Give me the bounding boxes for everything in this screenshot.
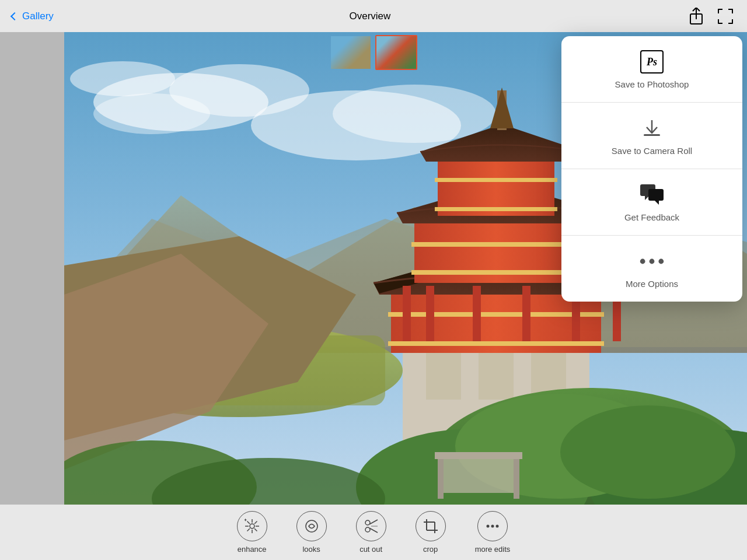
get-feedback-item[interactable]: Get Feedback xyxy=(561,169,742,236)
svg-rect-53 xyxy=(435,452,522,459)
svg-rect-38 xyxy=(426,286,434,341)
svg-point-73 xyxy=(365,520,370,525)
download-icon xyxy=(639,116,665,141)
more-options-label: More Options xyxy=(626,279,678,289)
thumbnail-mountain[interactable] xyxy=(330,35,372,70)
svg-line-70 xyxy=(254,522,257,524)
svg-rect-39 xyxy=(473,286,481,341)
chevron-left-icon xyxy=(11,12,19,20)
left-sidebar xyxy=(0,32,64,505)
svg-point-62 xyxy=(658,259,664,264)
svg-point-84 xyxy=(495,525,498,528)
svg-rect-58 xyxy=(648,189,664,201)
looks-icon xyxy=(304,519,319,534)
enhance-label: enhance xyxy=(238,545,267,554)
thumbnail-strip xyxy=(330,35,417,70)
scissors-icon xyxy=(364,519,379,534)
cut-out-tool[interactable]: cut out xyxy=(356,511,386,554)
save-camera-roll-label: Save to Camera Roll xyxy=(612,146,692,156)
svg-rect-50 xyxy=(444,458,514,493)
svg-point-61 xyxy=(650,259,655,264)
top-bar: Gallery Overview xyxy=(0,0,747,32)
svg-point-60 xyxy=(640,259,645,264)
svg-marker-59 xyxy=(655,201,659,205)
svg-rect-32 xyxy=(435,178,557,182)
svg-rect-28 xyxy=(411,270,581,275)
crop-label: crop xyxy=(423,545,438,554)
svg-rect-37 xyxy=(403,286,411,341)
more-edits-label: more edits xyxy=(475,545,511,554)
svg-line-69 xyxy=(254,528,257,531)
sparkle-icon xyxy=(245,519,260,534)
top-bar-actions xyxy=(686,5,735,27)
thumbnail-mountain-image xyxy=(331,36,371,69)
svg-rect-40 xyxy=(522,286,530,341)
thumbnail-temple-image xyxy=(376,36,416,69)
cut-out-icon-circle xyxy=(356,511,386,541)
more-options-item[interactable]: More Options xyxy=(561,236,742,302)
svg-rect-21 xyxy=(388,312,604,317)
svg-point-8 xyxy=(70,61,175,96)
svg-line-75 xyxy=(369,520,378,524)
looks-tool[interactable]: looks xyxy=(296,511,327,554)
share-icon xyxy=(689,8,704,25)
enhance-icon-circle xyxy=(237,511,267,541)
svg-rect-51 xyxy=(438,455,444,499)
svg-rect-54 xyxy=(644,134,660,136)
svg-point-7 xyxy=(333,85,496,143)
svg-point-72 xyxy=(306,520,317,532)
crop-icon-circle xyxy=(416,511,446,541)
crop-icon xyxy=(423,519,438,534)
thumbnail-temple[interactable] xyxy=(375,35,417,70)
more-edits-tool[interactable]: more edits xyxy=(475,511,511,554)
svg-point-47 xyxy=(560,405,735,499)
feedback-icon xyxy=(639,182,665,208)
bottom-toolbar: enhance looks cut out xyxy=(0,505,747,560)
svg-rect-52 xyxy=(514,455,519,499)
fullscreen-button[interactable] xyxy=(715,6,735,26)
svg-rect-22 xyxy=(388,341,604,346)
svg-line-71 xyxy=(247,528,250,531)
svg-point-63 xyxy=(250,524,254,528)
svg-rect-27 xyxy=(411,242,581,247)
svg-rect-17 xyxy=(479,353,514,400)
svg-line-68 xyxy=(247,522,250,524)
page-title: Overview xyxy=(350,10,391,22)
dropdown-menu: Ps Save to Photoshop Save to Camera Roll… xyxy=(561,36,742,302)
looks-icon-circle xyxy=(296,511,327,541)
save-to-camera-roll-item[interactable]: Save to Camera Roll xyxy=(561,103,742,169)
svg-rect-33 xyxy=(435,207,557,211)
share-button[interactable] xyxy=(686,5,706,27)
more-edits-icon-circle xyxy=(477,511,508,541)
crop-tool[interactable]: crop xyxy=(416,511,446,554)
fullscreen-icon xyxy=(718,9,733,24)
svg-point-82 xyxy=(486,525,489,528)
looks-label: looks xyxy=(302,545,320,554)
svg-rect-16 xyxy=(426,353,461,400)
svg-point-74 xyxy=(365,527,370,532)
photoshop-icon: Ps xyxy=(639,49,665,75)
back-button[interactable]: Gallery xyxy=(12,10,54,22)
svg-point-5 xyxy=(93,93,210,134)
svg-line-76 xyxy=(369,528,378,533)
svg-marker-57 xyxy=(645,196,649,200)
cut-out-label: cut out xyxy=(359,545,382,554)
save-to-photoshop-item[interactable]: Ps Save to Photoshop xyxy=(561,36,742,103)
back-label: Gallery xyxy=(22,10,54,22)
more-edits-icon xyxy=(485,519,500,534)
save-photoshop-label: Save to Photoshop xyxy=(615,79,689,89)
get-feedback-label: Get Feedback xyxy=(624,212,679,222)
enhance-tool[interactable]: enhance xyxy=(237,511,267,554)
svg-point-83 xyxy=(491,525,494,528)
ellipsis-icon xyxy=(639,249,665,274)
